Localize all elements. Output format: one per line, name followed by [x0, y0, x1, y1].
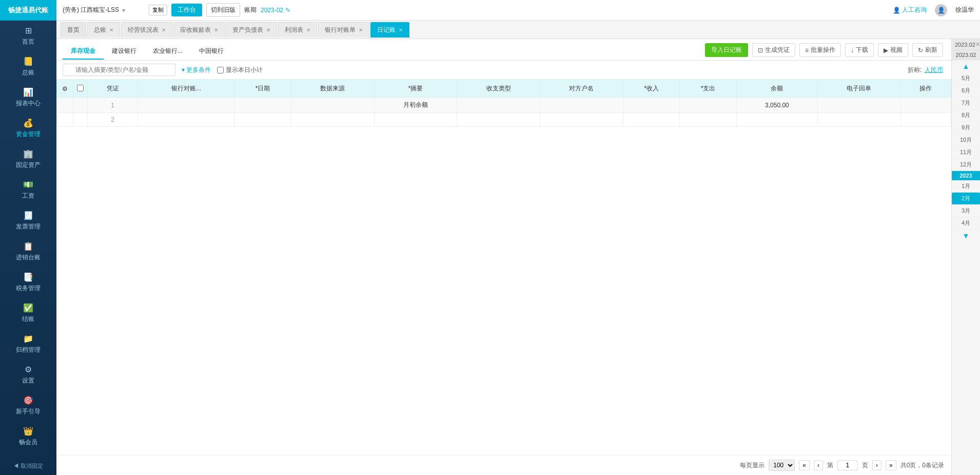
subtab-nongye[interactable]: 农业银行... — [145, 44, 191, 60]
cell-source — [291, 113, 374, 127]
period-scroll-down-btn[interactable]: ▼ — [952, 230, 980, 242]
currency-value[interactable]: 人民币 — [925, 66, 943, 74]
period-month-8[interactable]: 8月 — [952, 109, 980, 122]
sidebar-item-assets[interactable]: 🏢 固定资产 — [0, 144, 56, 175]
subtab-cash[interactable]: 库存现金 — [63, 44, 104, 60]
company-selector[interactable]: (劳务) 江西糯宝-LSS ▾ — [63, 6, 145, 14]
tab-close-profit[interactable]: ✕ — [306, 27, 310, 33]
period-month-4[interactable]: 4月 — [952, 217, 980, 230]
tab-bar: 首页 总账 ✕ 经营状况表 ✕ 应收账龄表 ✕ 资产负债表 ✕ 利润表 ✕ 银行… — [56, 21, 980, 39]
download-btn[interactable]: ↓ 下载 — [845, 43, 874, 57]
cell-date — [234, 98, 291, 113]
period-month-11[interactable]: 11月 — [952, 146, 980, 159]
cell-summary — [374, 113, 457, 127]
sidebar-item-settings[interactable]: ⚙ 设置 — [0, 359, 56, 390]
show-daily-total-checkbox[interactable] — [217, 67, 224, 73]
period-month-9[interactable]: 9月 — [952, 122, 980, 134]
username[interactable]: 徐温华 — [955, 6, 974, 14]
video-icon: ▶ — [884, 47, 888, 54]
period-edit-icon[interactable]: ✎ — [285, 7, 290, 14]
period-month-1[interactable]: 1月 — [952, 180, 980, 193]
customer-service-btn[interactable]: 👤 人工咨询 — [893, 6, 927, 14]
tab-journal[interactable]: 日记账 ✕ — [370, 22, 409, 37]
next-page-btn[interactable]: › — [872, 460, 881, 470]
unpin-sidebar-btn[interactable]: ◀ 取消固定 — [0, 457, 56, 475]
sidebar-item-invoice[interactable]: 🧾 发票管理 — [0, 205, 56, 236]
tab-bank-reconcile[interactable]: 银行对账单 ✕ — [318, 22, 369, 37]
company-dropdown-arrow: ▾ — [122, 7, 125, 14]
cell-bank-ref — [138, 113, 234, 127]
sidebar-item-label: 发票管理 — [16, 222, 41, 231]
sidebar-item-closing[interactable]: ✅ 结账 — [0, 298, 56, 329]
subtab-zhongguo[interactable]: 中国银行 — [191, 44, 232, 60]
filter-row: 🔍 ▾ 更多条件 显示本日小计 折称: 人民币 — [56, 61, 980, 80]
period-month-3[interactable]: 3月 — [952, 205, 980, 217]
sidebar-item-ledger[interactable]: 📒 总账 — [0, 51, 56, 82]
tab-close-ledger[interactable]: ✕ — [109, 27, 113, 33]
prev-page-btn[interactable]: ‹ — [814, 460, 823, 470]
cell-summary: 月初余额 — [374, 98, 457, 113]
sidebar-item-guide[interactable]: 🎯 新手引导 — [0, 390, 56, 421]
sidebar-item-cashflow[interactable]: 💰 资金管理 — [0, 113, 56, 144]
sidebar-item-archive[interactable]: 📁 归档管理 — [0, 329, 56, 359]
import-journal-btn[interactable]: 导入日记账 — [705, 43, 748, 57]
salary-icon: 💵 — [23, 180, 33, 189]
search-input[interactable] — [63, 64, 175, 76]
tab-close-journal[interactable]: ✕ — [399, 27, 403, 33]
tab-home[interactable]: 首页 — [61, 22, 86, 37]
period-scroll-up-btn[interactable]: ▲ — [952, 60, 980, 72]
show-daily-total-label[interactable]: 显示本日小计 — [217, 66, 263, 74]
page-word: 页 — [862, 461, 868, 470]
period-month-2[interactable]: 2月 — [952, 193, 980, 205]
col-settings[interactable]: ⚙ — [57, 80, 73, 98]
tab-close-biz[interactable]: ✕ — [162, 27, 166, 33]
period-value: 2023-02 ✎ — [261, 7, 290, 14]
refresh-btn[interactable]: ↻ 刷新 — [912, 43, 943, 57]
page-number-input[interactable] — [837, 460, 858, 470]
period-month-5[interactable]: 5月 — [952, 72, 980, 85]
period-month-6[interactable]: 6月 — [952, 85, 980, 97]
tab-close-receivable[interactable]: ✕ — [214, 27, 218, 33]
period-month-7[interactable]: 7月 — [952, 97, 980, 109]
col-checkbox — [73, 80, 88, 98]
tab-close-bank[interactable]: ✕ — [359, 27, 363, 33]
tab-balance[interactable]: 资产负债表 ✕ — [226, 22, 277, 37]
topbar: (劳务) 江西糯宝-LSS ▾ 复制 工作台 切到旧版 账期 2023-02 ✎… — [56, 0, 980, 21]
cell-amount: 3,050.00 — [736, 98, 817, 113]
period-label: 账期 — [244, 6, 257, 14]
period-panel-year-prev: 2023.02 — [955, 42, 975, 48]
tab-profit[interactable]: 利润表 ✕ — [278, 22, 317, 37]
sidebar-item-salespurch[interactable]: 📋 进销台账 — [0, 236, 56, 267]
period-month-12[interactable]: 12月 — [952, 159, 980, 171]
copy-company-btn[interactable]: 复制 — [149, 5, 167, 15]
tab-ledger[interactable]: 总账 ✕ — [87, 22, 120, 37]
sidebar-item-label: 报表中心 — [16, 99, 41, 108]
cell-counterpart — [540, 113, 623, 127]
first-page-btn[interactable]: « — [799, 460, 810, 470]
sidebar-item-reports[interactable]: 📊 报表中心 — [0, 82, 56, 113]
sidebar-item-tax[interactable]: 📑 税务管理 — [0, 267, 56, 298]
select-all-checkbox[interactable] — [77, 85, 84, 91]
cell-pay-type — [457, 113, 540, 127]
sidebar-item-salary[interactable]: 💵 工资 — [0, 175, 56, 205]
sidebar-item-home[interactable]: ⊞ 首页 — [0, 21, 56, 51]
batch-op-btn[interactable]: ≡ 批量操作 — [799, 43, 841, 57]
generate-voucher-btn[interactable]: ⊡ 生成凭证 — [752, 43, 795, 57]
per-page-select[interactable]: 100 50 200 — [769, 460, 795, 471]
last-page-btn[interactable]: » — [886, 460, 896, 470]
period-month-10[interactable]: 10月 — [952, 134, 980, 146]
tab-biz[interactable]: 经营状况表 ✕ — [121, 22, 172, 37]
more-conditions-btn[interactable]: ▾ 更多条件 — [182, 66, 211, 74]
cell-bank-ref — [138, 98, 234, 113]
cell-electronic — [818, 113, 901, 127]
period-panel-close-btn[interactable]: ✕ — [975, 41, 980, 48]
cell-pay-type — [457, 98, 540, 113]
workbench-btn[interactable]: 工作台 — [171, 4, 202, 16]
cell-electronic — [818, 98, 901, 113]
tab-close-balance[interactable]: ✕ — [266, 27, 270, 33]
video-btn[interactable]: ▶ 视频 — [878, 43, 908, 57]
sidebar-item-vip[interactable]: 👑 畅会员 — [0, 421, 56, 452]
subtab-jianshe[interactable]: 建设银行 — [104, 44, 145, 60]
tab-receivable[interactable]: 应收账龄表 ✕ — [173, 22, 225, 37]
old-version-btn[interactable]: 切到旧版 — [206, 3, 240, 17]
